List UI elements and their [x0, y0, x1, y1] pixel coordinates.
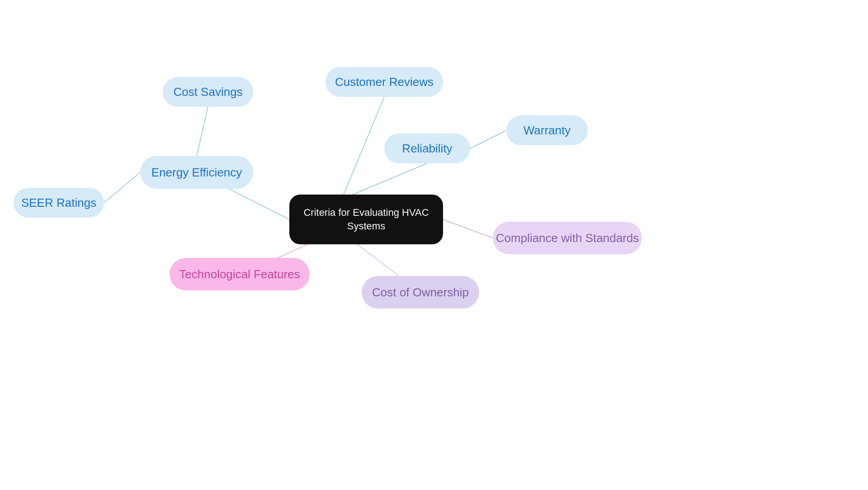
reliability-node: Reliability: [384, 133, 470, 163]
compliance-node: Compliance with Standards: [493, 222, 642, 254]
cost-savings-node: Cost Savings: [163, 77, 253, 107]
svg-line-2: [104, 172, 140, 203]
svg-line-6: [443, 219, 493, 238]
svg-line-5: [470, 130, 506, 148]
svg-line-3: [344, 97, 384, 195]
cost-of-ownership-node: Cost of Ownership: [362, 276, 479, 309]
seer-ratings-node: SEER Ratings: [14, 188, 104, 218]
svg-line-4: [353, 163, 427, 195]
center-node: Criteria for Evaluating HVACSystems: [289, 195, 443, 244]
energy-efficiency-node: Energy Efficiency: [140, 156, 253, 189]
customer-reviews-node: Customer Reviews: [326, 67, 443, 97]
svg-line-1: [197, 107, 208, 156]
warranty-node: Warranty: [506, 115, 588, 145]
technological-features-node: Technological Features: [170, 258, 310, 290]
